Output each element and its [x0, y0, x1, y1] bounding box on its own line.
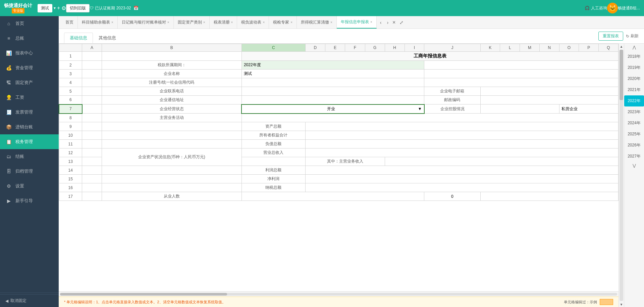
tab-tax-wave[interactable]: 税负波动表 ×	[237, 16, 269, 29]
spreadsheet-container[interactable]: A B C D E F G H I J	[59, 44, 619, 291]
sidebar-item-salary[interactable]: 👷 工资	[0, 90, 59, 105]
year-2024[interactable]: 2024年	[624, 118, 644, 129]
col-header-o[interactable]: O	[559, 44, 579, 52]
tab-annual-report[interactable]: 年报信息申报表 ×	[337, 16, 377, 29]
cell-16a[interactable]	[82, 183, 102, 192]
unfix-button[interactable]: ◀ 取消固定	[0, 294, 59, 307]
tab-home[interactable]: 首页	[61, 16, 78, 29]
col-header-j[interactable]: J	[424, 44, 480, 52]
cell-2j[interactable]	[424, 61, 619, 70]
year-2025[interactable]: 2025年	[624, 129, 644, 140]
sidebar-item-guide[interactable]: ▶ 新手引导	[0, 193, 59, 208]
sidebar-item-funds[interactable]: 💰 资金管理	[0, 60, 59, 75]
tab-close-tax-list[interactable]: ×	[231, 20, 233, 24]
cell-6c[interactable]	[241, 96, 424, 104]
scroll-down-button[interactable]: ▼	[619, 302, 624, 307]
cell-4a[interactable]	[82, 78, 102, 87]
sub-tab-other[interactable]: 其他信息	[93, 33, 122, 43]
col-header-g[interactable]: G	[365, 44, 385, 52]
cell-7n[interactable]: 私营企业	[559, 104, 618, 114]
cell-14a[interactable]	[82, 166, 102, 175]
col-header-c[interactable]: C	[241, 44, 305, 52]
tab-fixed-cat[interactable]: 固定资产类别 ×	[174, 16, 210, 29]
year-2019[interactable]: 2019年	[624, 62, 644, 73]
col-header-l[interactable]: L	[500, 44, 520, 52]
sidebar-item-close[interactable]: 🗂 结账	[0, 149, 59, 164]
sub-tab-basic[interactable]: 基础信息	[64, 33, 93, 43]
col-header-p[interactable]: P	[579, 44, 599, 52]
year-2023[interactable]: 2023年	[624, 106, 644, 118]
sidebar-item-settings[interactable]: ⚙ 设置	[0, 179, 59, 193]
year-panel-up[interactable]: ⋀	[624, 44, 644, 51]
old-version-button[interactable]: 切到旧版	[66, 4, 90, 12]
current-file-tab[interactable]: 测试	[38, 4, 52, 12]
cell-1a[interactable]	[82, 52, 102, 61]
col-header-i[interactable]: I	[405, 44, 424, 52]
cell-9b[interactable]	[102, 122, 241, 131]
cell-2c[interactable]: 2022年度	[241, 61, 424, 70]
cell-15d[interactable]	[305, 175, 618, 183]
tab-tax-expert[interactable]: 税检专家 ×	[269, 16, 297, 29]
col-header-m[interactable]: M	[520, 44, 540, 52]
cell-17a[interactable]	[82, 192, 102, 201]
cell-13a[interactable]	[82, 157, 102, 166]
sidebar-item-tax[interactable]: 📋 税务管理	[0, 134, 59, 149]
tab-close-annual-report[interactable]: ×	[370, 20, 372, 24]
year-2026[interactable]: 2026年	[624, 140, 644, 151]
cell-7a[interactable]	[82, 104, 102, 114]
year-2018[interactable]: 2018年	[624, 51, 644, 62]
cell-3j[interactable]	[424, 70, 619, 78]
col-header-f[interactable]: F	[345, 44, 365, 52]
calendar-icon[interactable]: 📅	[133, 6, 139, 10]
cell-17k[interactable]	[480, 192, 618, 201]
cell-12d[interactable]	[305, 148, 618, 157]
cell-3a[interactable]	[82, 70, 102, 78]
sidebar-item-home[interactable]: ⌂ 首页	[0, 16, 59, 31]
tab-journal[interactable]: 日记账与银行对账单核对 ×	[118, 16, 174, 29]
scroll-up-button[interactable]: ▲	[619, 44, 624, 49]
cell-9a[interactable]	[82, 122, 102, 131]
tab-close-all-button[interactable]: ×	[390, 19, 397, 26]
cell-4j[interactable]	[424, 78, 619, 87]
sidebar-item-archive[interactable]: 🗄 归档管理	[0, 164, 59, 179]
tab-close-tax-wave[interactable]: ×	[263, 20, 265, 24]
cell-9d[interactable]	[305, 122, 618, 131]
tab-close-fixed-cat[interactable]: ×	[203, 20, 205, 24]
col-header-h[interactable]: H	[385, 44, 405, 52]
year-2022[interactable]: 2022年	[624, 95, 644, 106]
tab-next-button[interactable]: ›	[385, 19, 390, 26]
tab-close-subject[interactable]: ×	[111, 20, 113, 24]
cell-11d[interactable]	[305, 140, 618, 148]
cell-5c[interactable]	[241, 87, 424, 96]
dropdown-icon[interactable]: ▾	[54, 6, 56, 10]
year-2021[interactable]: 2021年	[624, 84, 644, 95]
cell-2a[interactable]	[82, 61, 102, 70]
cell-17j[interactable]: 0	[424, 192, 480, 201]
cell-10a[interactable]	[82, 131, 102, 140]
cell-15a[interactable]	[82, 175, 102, 183]
cell-3c[interactable]: 测试	[241, 70, 424, 78]
tab-income-tax[interactable]: 所得税汇算清缴 ×	[297, 16, 337, 29]
sidebar-item-ledger[interactable]: ≡ 总账	[0, 31, 59, 46]
cell-11a[interactable]	[82, 140, 102, 148]
settings-icon[interactable]: ⚙	[61, 5, 66, 11]
cell-17c[interactable]	[241, 192, 424, 201]
tab-close-journal[interactable]: ×	[167, 20, 169, 24]
col-header-n[interactable]: N	[539, 44, 559, 52]
col-header-k[interactable]: K	[480, 44, 500, 52]
col-header-a[interactable]: A	[82, 44, 102, 52]
col-header-q[interactable]: Q	[599, 44, 619, 52]
refresh-button[interactable]: ↻ 刷新	[626, 33, 639, 39]
year-2027[interactable]: 2027年	[624, 151, 644, 162]
cell-14d[interactable]	[305, 166, 618, 175]
v-scrollbar[interactable]: ▲ ▼	[619, 44, 624, 307]
cell-11b[interactable]	[102, 140, 241, 148]
col-header-e[interactable]: E	[325, 44, 345, 52]
cell-6k[interactable]	[480, 96, 618, 104]
cell-15b[interactable]	[102, 175, 241, 183]
cell-6a[interactable]	[82, 96, 102, 104]
avatar[interactable]: 🐱	[607, 3, 618, 13]
sidebar-item-reports[interactable]: 📊 报表中心	[0, 46, 59, 60]
cell-13c[interactable]	[241, 157, 305, 166]
cell-7k[interactable]	[480, 104, 559, 114]
